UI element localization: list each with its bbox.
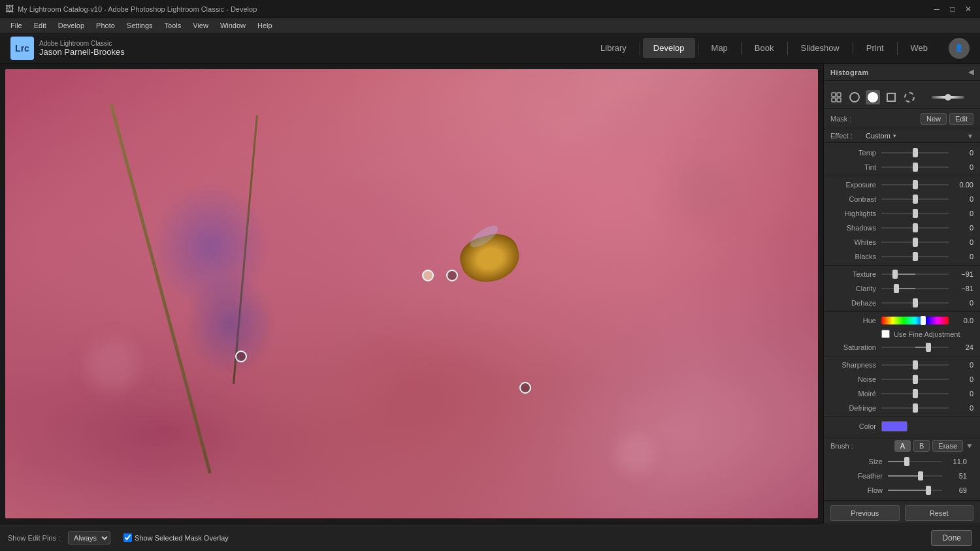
sharpness-thumb[interactable] bbox=[913, 360, 918, 370]
hue-thumb[interactable] bbox=[921, 316, 926, 325]
show-mask-overlay-checkbox[interactable] bbox=[123, 533, 132, 542]
shadows-thumb[interactable] bbox=[913, 223, 918, 232]
minimize-button[interactable]: ─ bbox=[930, 3, 943, 16]
circle-filled-tool-icon[interactable] bbox=[866, 90, 880, 104]
brush-a-button[interactable]: A bbox=[894, 440, 911, 452]
reset-button[interactable]: Reset bbox=[905, 505, 974, 521]
defringe-slider[interactable] bbox=[881, 407, 949, 409]
highlights-slider[interactable] bbox=[881, 213, 949, 214]
dehaze-thumb[interactable] bbox=[913, 298, 918, 307]
saturation-thumb[interactable] bbox=[926, 343, 931, 352]
highlights-thumb[interactable] bbox=[913, 209, 918, 218]
mask-pin-1[interactable] bbox=[422, 270, 434, 281]
defringe-thumb[interactable] bbox=[913, 403, 918, 413]
mask-edit-button[interactable]: Edit bbox=[949, 113, 973, 125]
feather-slider[interactable] bbox=[888, 475, 942, 477]
image-area[interactable] bbox=[0, 64, 823, 524]
temp-slider[interactable] bbox=[881, 152, 949, 153]
texture-thumb[interactable] bbox=[892, 270, 898, 279]
highlights-value: 0 bbox=[953, 210, 973, 217]
noise-thumb[interactable] bbox=[913, 375, 918, 384]
temp-thumb[interactable] bbox=[913, 148, 918, 157]
noise-slider[interactable] bbox=[881, 379, 949, 380]
hue-slider[interactable] bbox=[881, 317, 949, 324]
menu-edit[interactable]: Edit bbox=[29, 20, 52, 31]
clarity-thumb[interactable] bbox=[894, 284, 899, 293]
contrast-slider[interactable] bbox=[881, 198, 949, 200]
menu-settings[interactable]: Settings bbox=[122, 20, 158, 31]
nav-slideshow[interactable]: Slideshow bbox=[791, 38, 850, 58]
menu-window[interactable]: Window bbox=[215, 20, 251, 31]
slider-range-tool[interactable] bbox=[921, 90, 975, 104]
sharpness-slider[interactable] bbox=[881, 364, 949, 366]
tint-thumb[interactable] bbox=[913, 163, 918, 172]
show-mask-overlay-label[interactable]: Show Selected Mask Overlay bbox=[135, 534, 229, 542]
exposure-slider[interactable] bbox=[881, 184, 949, 185]
circle-outline-tool-icon[interactable] bbox=[847, 90, 862, 104]
menu-view[interactable]: View bbox=[188, 20, 214, 31]
grid-tool-icon[interactable] bbox=[829, 90, 843, 104]
moire-thumb[interactable] bbox=[913, 389, 918, 398]
mask-pin-3[interactable] bbox=[519, 382, 531, 394]
menu-file[interactable]: File bbox=[5, 20, 27, 31]
effect-value[interactable]: Custom bbox=[866, 132, 890, 140]
close-button[interactable]: ✕ bbox=[962, 3, 975, 16]
effect-section-arrow[interactable]: ▼ bbox=[967, 133, 973, 140]
brush-dropdown-arrow[interactable]: ▼ bbox=[966, 441, 973, 450]
brush-erase-button[interactable]: Erase bbox=[932, 440, 963, 452]
menu-photo[interactable]: Photo bbox=[91, 20, 120, 31]
mask-pin-4[interactable] bbox=[235, 351, 247, 362]
fine-adjustment-label[interactable]: Use Fine Adjustment bbox=[894, 330, 960, 338]
feather-thumb[interactable] bbox=[918, 471, 923, 480]
always-dropdown[interactable]: Always bbox=[68, 531, 110, 544]
user-name-label: Jason Parnell-Brookes bbox=[39, 47, 125, 57]
blacks-slider[interactable] bbox=[881, 256, 949, 257]
histogram-label: Histogram bbox=[830, 69, 869, 76]
color-swatch[interactable] bbox=[881, 421, 907, 432]
nav-avatar[interactable]: 👤 bbox=[949, 38, 970, 59]
menu-tools[interactable]: Tools bbox=[159, 20, 187, 31]
nav-develop[interactable]: Develop bbox=[643, 38, 695, 58]
nav-web[interactable]: Web bbox=[900, 38, 939, 58]
nav-book[interactable]: Book bbox=[744, 38, 785, 58]
blacks-thumb[interactable] bbox=[913, 252, 918, 261]
fine-adjustment-checkbox[interactable] bbox=[881, 330, 890, 338]
tint-slider[interactable] bbox=[881, 166, 949, 168]
noise-value: 0 bbox=[953, 375, 973, 383]
done-button[interactable]: Done bbox=[931, 530, 972, 546]
dehaze-slider[interactable] bbox=[881, 302, 949, 304]
sliders-container: Temp 0 Tint 0 Exposure bbox=[824, 143, 980, 437]
nav-library[interactable]: Library bbox=[590, 38, 637, 58]
size-thumb[interactable] bbox=[904, 457, 909, 466]
brush-b-button[interactable]: B bbox=[913, 440, 930, 452]
bee-element bbox=[455, 228, 524, 288]
whites-thumb[interactable] bbox=[913, 238, 918, 247]
blacks-slider-row: Blacks 0 bbox=[824, 249, 980, 264]
menu-bar: File Edit Develop Photo Settings Tools V… bbox=[0, 18, 980, 33]
whites-slider[interactable] bbox=[881, 242, 949, 243]
mask-new-button[interactable]: New bbox=[921, 113, 947, 125]
moire-slider[interactable] bbox=[881, 393, 949, 394]
contrast-thumb[interactable] bbox=[913, 195, 918, 204]
previous-button[interactable]: Previous bbox=[830, 505, 900, 521]
texture-slider[interactable] bbox=[881, 274, 949, 275]
flow-slider[interactable] bbox=[888, 490, 942, 491]
nav-map[interactable]: Map bbox=[701, 38, 738, 58]
feather-label: Feather bbox=[837, 472, 883, 480]
circle-dotted-tool-icon[interactable] bbox=[902, 90, 917, 104]
mask-pin-2[interactable] bbox=[446, 270, 458, 281]
size-slider[interactable] bbox=[888, 461, 942, 462]
shadows-slider[interactable] bbox=[881, 227, 949, 228]
menu-help[interactable]: Help bbox=[252, 20, 278, 31]
exposure-thumb[interactable] bbox=[913, 180, 918, 189]
nav-print[interactable]: Print bbox=[856, 38, 894, 58]
saturation-slider[interactable] bbox=[881, 347, 949, 348]
histogram-collapse-arrow[interactable]: ◀ bbox=[968, 68, 974, 76]
square-tool-icon[interactable] bbox=[884, 90, 898, 104]
menu-develop[interactable]: Develop bbox=[53, 20, 90, 31]
flow-thumb[interactable] bbox=[926, 486, 931, 495]
clarity-slider[interactable] bbox=[881, 288, 949, 289]
effect-dropdown-arrow[interactable]: ▾ bbox=[893, 133, 896, 139]
mask-label: Mask : bbox=[830, 115, 851, 123]
maximize-button[interactable]: □ bbox=[946, 3, 959, 16]
